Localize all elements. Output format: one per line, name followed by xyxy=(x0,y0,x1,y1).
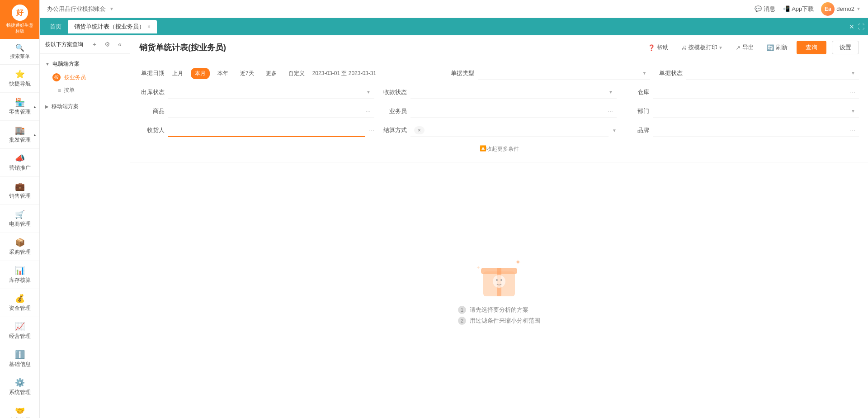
consignee-input[interactable] xyxy=(168,124,365,137)
sidebar-item-system[interactable]: ⚙️ 系统管理 xyxy=(0,373,39,401)
dept-select[interactable]: ▼ xyxy=(653,104,859,118)
sidebar-item-quicknav[interactable]: ⭐ 快捷导航 xyxy=(0,65,39,93)
brand-dots-icon[interactable]: ··· xyxy=(850,127,855,134)
out-status-label: 出库状态 xyxy=(139,88,165,96)
sidebar-item-ecommerce[interactable]: 🛒 电商管理 xyxy=(0,205,39,233)
messages-btn[interactable]: 💬 消息 xyxy=(755,5,775,13)
refresh-btn[interactable]: 🔄 刷新 xyxy=(763,42,791,53)
left-panel-title: 按以下方案查询 xyxy=(45,41,83,48)
operations-label: 经营管理 xyxy=(9,332,31,340)
doc-type-arrow-icon: ▼ xyxy=(642,71,646,76)
filter-warehouse: 仓库 ··· xyxy=(624,86,859,99)
print-btn[interactable]: 🖨 按模板打印 ▼ xyxy=(678,42,726,53)
sidebar-item-purchase[interactable]: 📦 采购管理 xyxy=(0,233,39,261)
tabs-bar: 首页 销货单统计表（按业务员） × ✕ ⛶ xyxy=(40,18,868,35)
sidebar-item-wholesale[interactable]: 🏬 批发管理 xyxy=(0,121,39,149)
topbar: 办公用品行业模拟账套 ▼ 💬 消息 📲 App下载 Ea demo2 ▼ xyxy=(40,0,868,18)
doc-type-select[interactable]: ▼ xyxy=(478,66,651,80)
help-btn[interactable]: ❓ 帮助 xyxy=(644,42,672,53)
basicinfo-label: 基础信息 xyxy=(9,361,31,368)
settings-button[interactable]: 设置 xyxy=(832,41,859,54)
tab-sales-stats[interactable]: 销货单统计表（按业务员） × xyxy=(68,20,157,33)
user-info[interactable]: Ea demo2 ▼ xyxy=(821,2,861,16)
sidebar-item-enterprise[interactable]: 🤝 企业协同 xyxy=(0,401,39,418)
quicknav-label: 快捷导航 xyxy=(9,80,31,88)
retail-label: 零售管理 xyxy=(9,108,31,116)
print-dropdown-icon[interactable]: ▼ xyxy=(718,45,723,50)
warehouse-label: 仓库 xyxy=(624,88,649,96)
doc-status-select[interactable]: ▼ xyxy=(686,66,859,80)
scheme-settings-btn[interactable]: ⚙ xyxy=(103,40,112,49)
sidebar-item-operations[interactable]: 📈 经营管理 xyxy=(0,317,39,345)
goods-select[interactable]: ··· xyxy=(168,104,374,118)
payment-tag-close[interactable]: × xyxy=(418,127,421,133)
date-btn-7days[interactable]: 近7天 xyxy=(236,68,258,79)
scheme-group-arrow-icon: ▼ xyxy=(45,62,50,66)
tab-close-icon[interactable]: × xyxy=(147,24,151,30)
scheme-item-by-staff[interactable]: 按 按业务员 xyxy=(40,71,130,84)
doc-status-label: 单据状态 xyxy=(657,69,683,77)
operations-icon: 📈 xyxy=(15,322,25,332)
date-btn-custom[interactable]: 自定义 xyxy=(284,68,309,79)
collapse-bar[interactable]: 🔼 收起更多条件 xyxy=(139,142,859,156)
dept-label: 部门 xyxy=(624,107,649,115)
avatar: Ea xyxy=(821,2,835,16)
app-download-btn[interactable]: 📲 App下载 xyxy=(783,5,814,13)
query-button[interactable]: 查询 xyxy=(797,41,826,54)
sidebar-logo[interactable]: 好 畅捷通好生意 标版 xyxy=(0,0,39,39)
expand-window-icon[interactable]: ⛶ xyxy=(858,23,864,30)
sidebar-item-sales[interactable]: 💼 销售管理 xyxy=(0,177,39,205)
tab-home[interactable]: 首页 xyxy=(43,20,68,33)
out-status-select[interactable]: ▼ xyxy=(168,86,374,99)
filter-receipt-status: 收款状态 ▼ xyxy=(382,86,617,99)
left-panel-header: 按以下方案查询 + ⚙ « xyxy=(40,35,130,54)
date-btn-current-year[interactable]: 本年 xyxy=(213,68,232,79)
collapse-icon: 🔼 xyxy=(480,145,486,153)
ecommerce-label: 电商管理 xyxy=(9,220,31,228)
date-btn-more[interactable]: 更多 xyxy=(262,68,281,79)
step-2-text: 用过滤条件来缩小分析范围 xyxy=(470,317,540,325)
inventory-icon: 📊 xyxy=(15,266,25,276)
goods-dots-icon[interactable]: ··· xyxy=(365,108,371,115)
consignee-dots-icon[interactable]: ··· xyxy=(369,127,374,134)
filter-row-2: 出库状态 ▼ 收款状态 ▼ 仓库 xyxy=(139,86,859,99)
filter-payment: 结算方式 × ▼ xyxy=(382,124,617,137)
sidebar-item-marketing[interactable]: 📣 营销推广 xyxy=(0,149,39,177)
payment-select[interactable]: × xyxy=(410,124,609,137)
warehouse-select[interactable]: ··· xyxy=(653,86,859,99)
scheme-item-by-order[interactable]: ≡ 按单 xyxy=(40,84,130,96)
svg-text:✦: ✦ xyxy=(515,258,521,266)
date-btn-last-month[interactable]: 上月 xyxy=(168,68,187,79)
sidebar-item-retail[interactable]: 🏪 零售管理 xyxy=(0,93,39,121)
sidebar: 好 畅捷通好生意 标版 🔍 搜索菜单 ⭐ 快捷导航 🏪 零售管理 🏬 批发管理 … xyxy=(0,0,40,418)
sales-icon: 💼 xyxy=(15,181,25,191)
sidebar-item-inventory[interactable]: 📊 库存核算 xyxy=(0,261,39,289)
export-icon: ↗ xyxy=(736,44,741,51)
receipt-status-select[interactable]: ▼ xyxy=(410,86,617,99)
brand-select[interactable]: ··· xyxy=(653,124,859,137)
empty-illustration-svg: ✦ ✦ xyxy=(472,253,526,299)
filter-staff: 业务员 ··· xyxy=(382,104,617,118)
basicinfo-icon: ℹ️ xyxy=(15,350,25,360)
topbar-breadcrumb-area: 办公用品行业模拟账套 ▼ xyxy=(47,5,114,13)
help-icon: ❓ xyxy=(648,44,655,51)
sidebar-search[interactable]: 🔍 搜索菜单 xyxy=(0,39,39,65)
sidebar-item-basicinfo[interactable]: ℹ️ 基础信息 xyxy=(0,345,39,373)
page-title: 销货单统计表(按业务员) xyxy=(139,42,226,53)
desktop-scheme-header[interactable]: ▼ 电脑端方案 xyxy=(40,57,130,71)
add-scheme-btn[interactable]: + xyxy=(90,40,99,49)
date-btn-current-month[interactable]: 本月 xyxy=(191,68,210,79)
close-window-icon[interactable]: ✕ xyxy=(849,23,854,30)
warehouse-dots-icon[interactable]: ··· xyxy=(850,89,855,96)
export-btn[interactable]: ↗ 导出 xyxy=(732,42,758,53)
staff-select[interactable]: ··· xyxy=(410,104,617,118)
payment-label: 结算方式 xyxy=(382,126,407,134)
staff-dots-icon[interactable]: ··· xyxy=(608,108,613,115)
sidebar-item-finance[interactable]: 💰 资金管理 xyxy=(0,289,39,317)
mobile-scheme-header[interactable]: ▶ 移动端方案 xyxy=(40,100,130,113)
print-icon: 🖨 xyxy=(681,44,687,51)
collapse-panel-btn[interactable]: « xyxy=(115,40,124,49)
mobile-scheme-label: 移动端方案 xyxy=(52,103,79,110)
refresh-icon: 🔄 xyxy=(767,44,774,51)
username: demo2 xyxy=(836,5,854,12)
